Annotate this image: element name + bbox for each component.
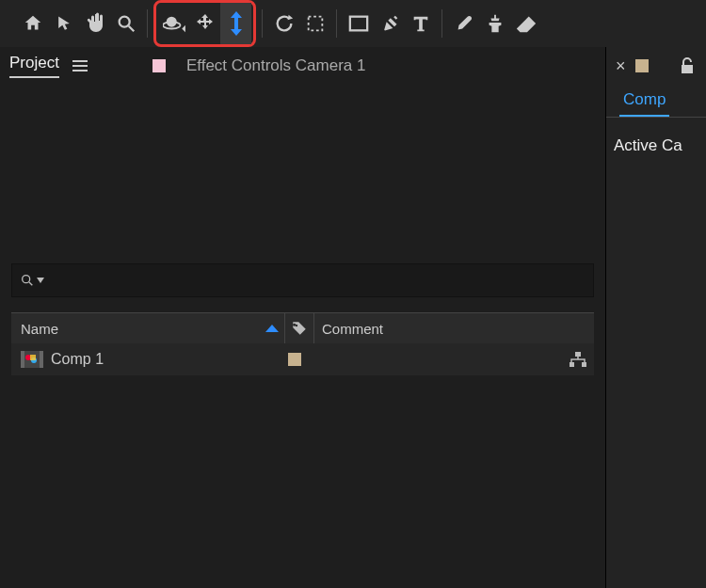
toolbar-separator <box>147 9 148 38</box>
column-comment-label: Comment <box>322 321 383 337</box>
eraser-icon[interactable] <box>510 3 541 44</box>
roto-icon[interactable] <box>299 3 330 44</box>
svg-rect-6 <box>349 17 366 31</box>
search-icon <box>20 273 35 288</box>
zoom-icon[interactable] <box>110 3 141 44</box>
viewer-panel: × Comp Active Ca <box>605 47 706 588</box>
viewer-body-label: Active Ca <box>606 118 706 155</box>
svg-rect-21 <box>575 352 581 357</box>
panel-color-swatch <box>152 59 166 72</box>
main-toolbar <box>0 0 706 47</box>
viewer-swatch <box>635 59 649 72</box>
effect-controls-label: Effect Controls <box>186 56 291 74</box>
table-row[interactable]: Comp 1 <box>11 343 594 375</box>
composition-icon <box>21 351 43 368</box>
svg-marker-3 <box>182 25 185 32</box>
type-icon[interactable] <box>405 3 436 44</box>
svg-marker-4 <box>287 15 293 21</box>
hand-icon[interactable] <box>79 3 110 44</box>
project-search-input[interactable] <box>11 263 594 297</box>
tab-composition[interactable]: Comp <box>619 85 669 117</box>
pan-icon[interactable] <box>189 3 220 44</box>
svg-rect-24 <box>682 65 693 73</box>
orbit-icon[interactable] <box>158 3 189 44</box>
left-tabbar: Project Effect Controls Camera 1 <box>0 47 605 85</box>
camera-tools-highlight <box>153 0 256 47</box>
right-tabbar: × <box>606 47 706 85</box>
dolly-icon[interactable] <box>220 3 251 44</box>
project-panel: Project Effect Controls Camera 1 Name <box>0 47 605 588</box>
column-name[interactable]: Name <box>11 321 284 337</box>
column-name-label: Name <box>21 321 58 337</box>
svg-marker-13 <box>265 325 279 332</box>
toolbar-separator <box>262 9 263 38</box>
svg-rect-16 <box>21 351 24 368</box>
clone-stamp-icon[interactable] <box>479 3 510 44</box>
rectangle-icon[interactable] <box>343 3 374 44</box>
right-tabs: Comp <box>606 85 706 118</box>
brush-icon[interactable] <box>448 3 479 44</box>
svg-rect-23 <box>582 362 586 367</box>
panel-menu-icon[interactable] <box>72 60 88 72</box>
tab-project[interactable]: Project <box>9 54 59 78</box>
toolbar-separator <box>441 9 442 38</box>
column-comment[interactable]: Comment <box>314 321 383 337</box>
svg-line-11 <box>29 282 32 285</box>
selection-icon[interactable] <box>48 3 79 44</box>
sort-asc-icon <box>265 325 279 332</box>
svg-point-10 <box>23 276 30 283</box>
effect-controls-target: Camera 1 <box>296 56 366 74</box>
chevron-down-icon <box>37 278 44 283</box>
panels-container: Project Effect Controls Camera 1 Name <box>0 47 706 588</box>
rotation-icon[interactable] <box>268 3 299 44</box>
svg-marker-12 <box>37 278 44 283</box>
project-preview-area <box>0 85 605 263</box>
home-icon[interactable] <box>17 3 48 44</box>
svg-rect-20 <box>30 355 36 360</box>
svg-point-14 <box>296 325 297 326</box>
column-label[interactable] <box>284 313 314 343</box>
flowchart-icon[interactable] <box>570 352 586 367</box>
lock-icon[interactable] <box>680 57 695 74</box>
svg-point-0 <box>119 17 129 27</box>
svg-line-1 <box>128 26 134 32</box>
tab-effect-controls[interactable]: Effect Controls Camera 1 <box>186 56 366 75</box>
close-icon[interactable]: × <box>616 56 626 76</box>
svg-rect-17 <box>40 351 43 368</box>
svg-rect-22 <box>570 362 574 367</box>
svg-rect-5 <box>308 17 322 31</box>
toolbar-separator <box>336 9 337 38</box>
row-label-swatch[interactable] <box>288 353 301 366</box>
tag-icon <box>291 320 308 337</box>
pen-icon[interactable] <box>374 3 405 44</box>
row-name: Comp 1 <box>51 351 288 368</box>
project-table-header: Name Comment <box>11 312 594 343</box>
